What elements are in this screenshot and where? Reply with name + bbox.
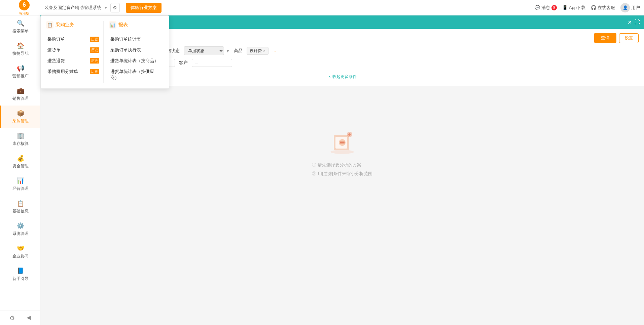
sidebar-label-search: 搜索菜单 <box>12 28 29 34</box>
svg-point-0 <box>330 150 354 154</box>
collapse-sidebar-icon[interactable]: ◀ <box>27 314 31 322</box>
purchase-icon: 📦 <box>17 110 24 117</box>
empty-tip-2: ② 用[过滤]条件来缩小分析范围 <box>312 169 372 178</box>
sidebar-label-inventory: 库存核算 <box>12 141 29 147</box>
sidebar-bottom: ⚙ ◀ <box>0 311 40 325</box>
purchase-cost-item[interactable]: 采购费用分摊单 历史 <box>46 66 101 77</box>
collapse-label: 收起更多条件 <box>332 74 357 80</box>
incoming-stats-by-supplier-item[interactable]: 进货单统计表（按供应商） <box>109 66 164 83</box>
incoming-order-label: 进货单 <box>47 47 61 53</box>
sidebar-item-quick[interactable]: 🏠 快捷导航 <box>0 38 40 60</box>
collapse-up-icon: ∧ <box>328 75 331 79</box>
report-section: 📊 报表 采购订单统计表 采购订单执行表 进货单统计表（按商品） 进货单统计表（… <box>103 21 164 83</box>
sidebar-item-search[interactable]: 🔍 搜索菜单 <box>0 15 40 38</box>
purchase-order-stats-item[interactable]: 采购订单统计表 <box>109 34 164 45</box>
header-right: 💬 消息 9 📱 App下载 🎧 在线客服 👤 用户 <box>535 3 640 12</box>
sidebar-item-purchase[interactable]: 📦 采购管理 <box>0 106 40 128</box>
user-avatar: 👤 <box>620 3 630 12</box>
search-icon: 🔍 <box>17 19 24 27</box>
enterprise-icon: 🤝 <box>17 245 24 252</box>
incoming-order-item[interactable]: 进货单 历史 <box>46 45 101 55</box>
incoming-return-label: 进货退货 <box>47 58 65 64</box>
sidebar-label-finance: 资金管理 <box>12 163 29 169</box>
tab-close-btn[interactable]: ✕ <box>628 19 632 26</box>
headset-icon: 🎧 <box>591 5 596 10</box>
purchase-section-icon: 📋 <box>46 21 53 29</box>
customer-input[interactable]: ... <box>192 59 232 67</box>
sidebar-label-marketing: 营销推广 <box>12 73 29 79</box>
goods-tag-close[interactable]: × <box>263 49 265 53</box>
setting-button[interactable]: 设置 <box>619 33 639 43</box>
sidebar-label-sales: 销售管理 <box>12 96 29 101</box>
system-icon: ⚙️ <box>17 222 24 230</box>
tab-expand-btn[interactable]: ⛶ <box>635 19 640 25</box>
empty-tip-1-text: 请先选择要分析的方案 <box>318 162 361 167</box>
query-button[interactable]: 查询 <box>594 33 616 43</box>
purchase-section-title-text: 采购业务 <box>56 22 74 28</box>
sidebar-label-system: 系统管理 <box>12 231 29 237</box>
purchase-business-section: 📋 采购业务 采购订单 历史 进货单 历史 进货退货 历史 采购费用分摊单 历史 <box>46 21 101 83</box>
sales-icon: 💼 <box>17 87 24 94</box>
doc-status-select[interactable]: 单据状态 <box>184 46 224 55</box>
message-badge: 9 <box>551 5 557 10</box>
home-icon: 🏠 <box>17 42 24 49</box>
gear-button[interactable]: ⚙ <box>110 3 120 12</box>
sidebar-item-basic[interactable]: 📋 基础信息 <box>0 196 40 218</box>
operation-icon: 📊 <box>17 177 24 185</box>
online-label: 在线客服 <box>598 5 615 11</box>
incoming-return-history: 历史 <box>90 58 99 64</box>
user-area[interactable]: 👤 用户 <box>620 3 640 12</box>
purchase-order-item[interactable]: 采购订单 历史 <box>46 34 101 45</box>
goods-more[interactable]: ... <box>273 48 276 53</box>
sidebar-item-operation[interactable]: 📊 经营管理 <box>0 173 40 196</box>
incoming-return-item[interactable]: 进货退货 历史 <box>46 55 101 66</box>
system-title-area: 装备及固定资产辅助管理系统 ▼ ⚙ 体验行业方案 <box>44 3 535 13</box>
system-dropdown-arrow[interactable]: ▼ <box>104 6 108 10</box>
incoming-stats-by-goods-item[interactable]: 进货单统计表（按商品） <box>109 55 164 66</box>
experience-btn[interactable]: 体验行业方案 <box>126 3 162 13</box>
empty-tips: ① 请先选择要分析的方案 ② 用[过滤]条件来缩小分析范围 <box>312 161 372 178</box>
top-header: 6 标准版 装备及固定资产辅助管理系统 ▼ ⚙ 体验行业方案 💬 消息 9 📱 … <box>0 0 644 15</box>
message-label: 消息 <box>541 5 550 11</box>
guide-icon: 📘 <box>17 267 24 275</box>
purchase-order-exec-item[interactable]: 采购订单执行表 <box>109 45 164 55</box>
sidebar-item-guide[interactable]: 📘 新手引导 <box>0 263 40 286</box>
sidebar-item-enterprise[interactable]: 🤝 企业协同 <box>0 241 40 263</box>
message-btn[interactable]: 💬 消息 9 <box>535 5 557 11</box>
marketing-icon: 📢 <box>17 65 24 72</box>
customer-label: 客户 <box>179 60 188 66</box>
sidebar-item-system[interactable]: ⚙️ 系统管理 <box>0 218 40 241</box>
logo-subtitle: 标准版 <box>19 11 29 16</box>
empty-svg <box>325 128 359 155</box>
doc-status-select-area: 单据状态 ▼ <box>184 46 230 55</box>
finance-icon: 💰 <box>17 155 24 162</box>
basic-icon: 📋 <box>17 200 24 207</box>
sidebar: 🔍 搜索菜单 🏠 快捷导航 📢 营销推广 💼 销售管理 📦 采购管理 🏢 库存核… <box>0 15 40 325</box>
settings-bottom-icon[interactable]: ⚙ <box>9 314 15 322</box>
sidebar-item-marketing[interactable]: 📢 营销推广 <box>0 60 40 83</box>
report-section-icon: 📊 <box>109 21 116 29</box>
app-label: App下载 <box>569 5 585 11</box>
empty-tip-1: ① 请先选择要分析的方案 <box>312 161 372 169</box>
message-icon: 💬 <box>535 5 540 10</box>
system-title-text: 装备及固定资产辅助管理系统 <box>44 5 101 11</box>
incoming-stats-by-goods-label: 进货单统计表（按商品） <box>110 58 158 64</box>
incoming-order-history: 历史 <box>90 47 99 53</box>
sidebar-item-finance[interactable]: 💰 资金管理 <box>0 151 40 173</box>
sidebar-label-enterprise: 企业协同 <box>12 253 29 259</box>
online-service-btn[interactable]: 🎧 在线客服 <box>591 5 615 11</box>
sidebar-label-guide: 新手引导 <box>12 276 29 282</box>
inventory-icon: 🏢 <box>17 132 24 139</box>
logo-area: 6 标准版 <box>4 0 44 16</box>
empty-state: ① 请先选择要分析的方案 ② 用[过滤]条件来缩小分析范围 <box>40 86 644 220</box>
sidebar-item-sales[interactable]: 💼 销售管理 <box>0 83 40 106</box>
doc-status-dropdown-icon: ▼ <box>225 48 230 53</box>
purchase-cost-label: 采购费用分摊单 <box>47 69 78 75</box>
sidebar-item-inventory[interactable]: 🏢 库存核算 <box>0 128 40 151</box>
logo-icon: 6 <box>19 0 30 10</box>
purchase-cost-history: 历史 <box>90 69 99 74</box>
app-download-btn[interactable]: 📱 App下载 <box>562 5 585 11</box>
empty-illustration <box>325 128 359 155</box>
purchase-order-stats-label: 采购订单统计表 <box>110 36 141 42</box>
goods-tag: 设计费 × <box>247 47 268 55</box>
